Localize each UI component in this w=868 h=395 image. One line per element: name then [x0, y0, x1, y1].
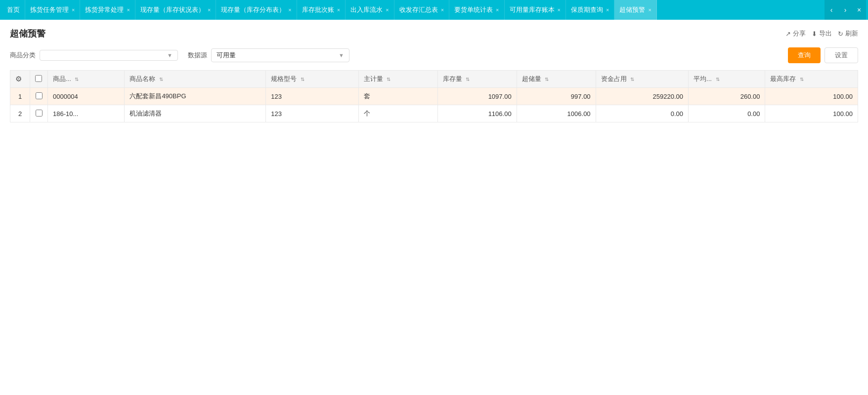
- settings-button[interactable]: 设置: [825, 47, 858, 63]
- th-code-label: 商品...: [53, 75, 71, 82]
- nav-next-button[interactable]: ›: [838, 0, 852, 20]
- sort-icon-max: ⇅: [800, 77, 804, 82]
- th-overstock[interactable]: 超储量 ⇅: [517, 71, 596, 88]
- nav-item-overstock[interactable]: 超储预警 ×: [614, 0, 656, 20]
- nav-item-stock-dist[interactable]: 现存量（库存分布表） ×: [216, 0, 297, 20]
- refresh-button[interactable]: ↻ 刷新: [838, 29, 858, 38]
- nav-close-available[interactable]: ×: [558, 7, 561, 13]
- share-label: 分享: [793, 29, 806, 38]
- table-body: 1 0000004 六配套新昌490BPG 123 套 1097.00 997.…: [10, 88, 858, 122]
- nav-close-batch[interactable]: ×: [337, 7, 340, 13]
- td-index-0: 1: [10, 88, 30, 105]
- td-stock-1: 1106.00: [437, 105, 517, 122]
- sort-icon-capital: ⇅: [630, 77, 634, 82]
- filter-row: 商品分类 ▼ 数据源 可用量 ▼ 查询 设置: [10, 47, 858, 63]
- nav-label-stock-status: 现存量（库存状况表）: [140, 5, 205, 14]
- nav-item-task[interactable]: 拣货任务管理 ×: [25, 0, 80, 20]
- share-icon: ↗: [785, 30, 791, 38]
- category-select[interactable]: ▼: [40, 50, 178, 61]
- nav-item-stock-status[interactable]: 现存量（库存状况表） ×: [135, 0, 216, 20]
- th-stock[interactable]: 库存量 ⇅: [437, 71, 517, 88]
- nav-close-stock-dist[interactable]: ×: [288, 7, 291, 13]
- page-header: 超储预警 ↗ 分享 ⬇ 导出 ↻ 刷新: [10, 28, 858, 40]
- nav-close-expiry[interactable]: ×: [606, 7, 609, 13]
- th-avg[interactable]: 平均... ⇅: [689, 71, 765, 88]
- td-max-1: 100.00: [765, 105, 858, 122]
- datasource-label: 数据源: [188, 51, 207, 60]
- datasource-chevron-icon: ▼: [339, 52, 344, 58]
- nav-label-task: 拣货任务管理: [30, 5, 69, 14]
- th-max[interactable]: 最高库存 ⇅: [765, 71, 858, 88]
- th-capital[interactable]: 资金占用 ⇅: [596, 71, 688, 88]
- td-overstock-0: 997.00: [517, 88, 596, 105]
- td-code-0: 0000004: [48, 88, 125, 105]
- nav-label-order-stat: 要货单统计表: [454, 5, 493, 14]
- nav-label-flow: 出入库流水: [350, 5, 383, 14]
- datasource-select[interactable]: 可用量 ▼: [211, 48, 349, 62]
- table-row: 2 186-10... 机油滤清器 123 个 1106.00 1006.00 …: [10, 105, 858, 122]
- nav-close-flow[interactable]: ×: [386, 7, 389, 13]
- nav-close-all-button[interactable]: ×: [852, 0, 866, 20]
- nav-label-expiry: 保质期查询: [571, 5, 603, 14]
- table-header-row: ⚙ 商品... ⇅ 商品名称 ⇅ 规格型号 ⇅ 主计量: [10, 71, 858, 88]
- select-all-checkbox[interactable]: [35, 75, 42, 82]
- th-avg-label: 平均...: [694, 75, 712, 82]
- td-capital-1: 0.00: [596, 105, 688, 122]
- th-stock-label: 库存量: [443, 75, 462, 82]
- row-checkbox-1[interactable]: [36, 110, 43, 117]
- nav-item-order-stat[interactable]: 要货单统计表 ×: [449, 0, 504, 20]
- nav-close-overstock[interactable]: ×: [648, 7, 651, 13]
- sort-icon-name: ⇅: [159, 77, 163, 82]
- th-unit[interactable]: 主计量 ⇅: [358, 71, 437, 88]
- filter-datasource: 数据源 可用量 ▼: [188, 48, 349, 62]
- nav-label-stock-dist: 现存量（库存分布表）: [221, 5, 285, 14]
- nav-close-task[interactable]: ×: [72, 7, 75, 13]
- th-capital-label: 资金占用: [601, 75, 627, 82]
- td-name-0: 六配套新昌490BPG: [125, 88, 266, 105]
- nav-close-summary[interactable]: ×: [441, 7, 444, 13]
- td-overstock-1: 1006.00: [517, 105, 596, 122]
- th-code[interactable]: 商品... ⇅: [48, 71, 125, 88]
- sort-icon-stock: ⇅: [466, 77, 470, 82]
- row-checkbox-0[interactable]: [36, 92, 43, 99]
- nav-close-exception[interactable]: ×: [127, 7, 130, 13]
- nav-item-expiry[interactable]: 保质期查询 ×: [566, 0, 614, 20]
- nav-item-flow[interactable]: 出入库流水 ×: [346, 0, 394, 20]
- td-check-1[interactable]: [30, 105, 48, 122]
- th-overstock-label: 超储量: [522, 75, 541, 82]
- refresh-label: 刷新: [845, 29, 858, 38]
- nav-label-available: 可用量库存账本: [510, 5, 555, 14]
- nav-label-summary: 收发存汇总表: [399, 5, 438, 14]
- filter-category: 商品分类 ▼: [10, 50, 178, 61]
- nav-item-home[interactable]: 首页: [2, 0, 25, 20]
- td-spec-0: 123: [266, 88, 358, 105]
- nav-label-exception: 拣货异常处理: [85, 5, 124, 14]
- th-settings[interactable]: ⚙: [10, 71, 30, 88]
- share-button[interactable]: ↗ 分享: [785, 29, 806, 38]
- sort-icon-code: ⇅: [75, 77, 79, 82]
- th-name[interactable]: 商品名称 ⇅: [125, 71, 266, 88]
- category-chevron-icon: ▼: [167, 52, 173, 58]
- nav-item-batch[interactable]: 库存批次账 ×: [297, 0, 346, 20]
- sort-icon-unit: ⇅: [387, 77, 391, 82]
- nav-close-stock-status[interactable]: ×: [208, 7, 211, 13]
- nav-close-order-stat[interactable]: ×: [496, 7, 499, 13]
- th-unit-label: 主计量: [364, 75, 383, 82]
- nav-item-exception[interactable]: 拣货异常处理 ×: [80, 0, 135, 20]
- nav-item-available[interactable]: 可用量库存账本 ×: [505, 0, 566, 20]
- td-spec-1: 123: [266, 105, 358, 122]
- nav-item-summary[interactable]: 收发存汇总表 ×: [394, 0, 449, 20]
- page-title: 超储预警: [10, 28, 45, 40]
- export-button[interactable]: ⬇ 导出: [812, 29, 832, 38]
- th-name-label: 商品名称: [130, 75, 155, 82]
- nav-prev-button[interactable]: ‹: [825, 0, 838, 20]
- td-max-0: 100.00: [765, 88, 858, 105]
- refresh-icon: ↻: [838, 30, 843, 38]
- gear-icon[interactable]: ⚙: [15, 75, 22, 83]
- th-spec[interactable]: 规格型号 ⇅: [266, 71, 358, 88]
- datasource-value: 可用量: [217, 51, 236, 60]
- query-button[interactable]: 查询: [788, 47, 821, 63]
- td-check-0[interactable]: [30, 88, 48, 105]
- nav-label-batch: 库存批次账: [302, 5, 334, 14]
- top-navigation: 首页 拣货任务管理 × 拣货异常处理 × 现存量（库存状况表） × 现存量（库存…: [0, 0, 868, 20]
